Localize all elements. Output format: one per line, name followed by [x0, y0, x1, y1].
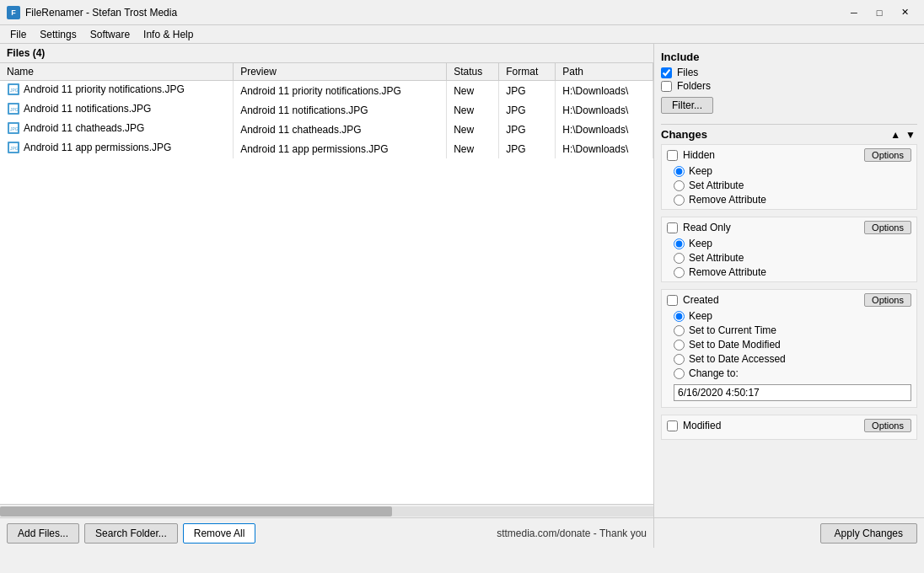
table-row[interactable]: JPG Android 11 notifications.JPG Android…: [0, 100, 653, 120]
hidden-attr-block: Hidden Options Keep Set Attribute: [661, 144, 917, 210]
window-title: FileRenamer - Stefan Trost Media: [25, 7, 177, 19]
menu-info-help[interactable]: Info & Help: [137, 27, 200, 42]
menu-file[interactable]: File: [3, 27, 33, 42]
cell-name: JPG Android 11 app permissions.JPG: [0, 139, 234, 158]
created-change-radio[interactable]: [674, 368, 685, 379]
table-row[interactable]: JPG Android 11 app permissions.JPG Andro…: [0, 139, 653, 158]
modified-options-button[interactable]: Options: [864, 419, 911, 432]
created-radio-group: Keep Set to Current Time Set to Date Mod…: [667, 310, 911, 404]
hidden-options-button[interactable]: Options: [864, 148, 911, 162]
readonly-radio-group: Keep Set Attribute Remove Attribute: [667, 238, 911, 278]
cell-preview: Android 11 notifications.JPG: [234, 100, 447, 120]
modified-attr-block: Modified Options: [661, 415, 917, 440]
cell-path: H:\Downloads\: [556, 100, 653, 120]
window-controls: ─ □ ✕: [841, 4, 917, 21]
readonly-set-row: Set Attribute: [674, 252, 911, 264]
table-row[interactable]: JPG Android 11 chatheads.JPG Android 11 …: [0, 120, 653, 139]
table-row[interactable]: JPG Android 11 priority notifications.JP…: [0, 81, 653, 101]
add-files-button[interactable]: Add Files...: [7, 523, 79, 544]
hidden-remove-row: Remove Attribute: [674, 194, 911, 206]
files-label: Files: [677, 67, 698, 78]
col-path: Path: [556, 63, 653, 81]
cell-format: JPG: [499, 139, 556, 158]
menu-settings[interactable]: Settings: [33, 27, 83, 42]
scroll-down-button[interactable]: ▼: [904, 129, 917, 141]
filter-button[interactable]: Filter...: [661, 97, 713, 114]
remove-all-button[interactable]: Remove All: [183, 523, 256, 544]
scroll-up-button[interactable]: ▲: [889, 129, 902, 141]
created-keep-row: Keep: [674, 310, 911, 322]
folders-checkbox[interactable]: [661, 81, 672, 92]
right-scroll-area[interactable]: Include Files Folders Filter... Changes …: [654, 44, 924, 517]
file-icon-svg: JPG: [7, 121, 20, 135]
readonly-keep-row: Keep: [674, 238, 911, 249]
created-date-modified-label: Set to Date Modified: [689, 339, 781, 351]
created-keep-radio[interactable]: [674, 311, 685, 322]
created-date-accessed-row: Set to Date Accessed: [674, 353, 911, 365]
folders-checkbox-row: Folders: [661, 80, 917, 92]
main-layout: Files (4) Name Preview Status Format Pat…: [0, 44, 924, 548]
minimize-button[interactable]: ─: [841, 4, 867, 21]
modified-label: Modified: [683, 420, 721, 431]
hidden-set-radio[interactable]: [674, 180, 685, 191]
svg-text:JPG: JPG: [10, 146, 19, 151]
readonly-attr-header: Read Only Options: [667, 221, 911, 234]
created-attr-header: Created Options: [667, 293, 911, 307]
file-icon-svg: JPG: [7, 141, 20, 154]
readonly-options-button[interactable]: Options: [864, 221, 911, 234]
created-date-input-row: [674, 382, 911, 404]
apply-changes-button[interactable]: Apply Changes: [820, 523, 917, 544]
created-date-input[interactable]: [674, 384, 911, 401]
cell-format: JPG: [499, 120, 556, 139]
close-button[interactable]: ✕: [892, 4, 917, 21]
bottom-bar: Add Files... Search Folder... Remove All…: [0, 517, 653, 548]
created-current-radio[interactable]: [674, 325, 685, 336]
readonly-keep-radio[interactable]: [674, 238, 685, 249]
file-table: Name Preview Status Format Path JPG: [0, 63, 653, 504]
created-date-modified-row: Set to Date Modified: [674, 339, 911, 351]
cell-name: JPG Android 11 priority notifications.JP…: [0, 81, 234, 101]
readonly-label: Read Only: [683, 222, 731, 233]
file-icon-svg: JPG: [7, 102, 20, 115]
cell-status: New: [447, 139, 499, 158]
svg-text:JPG: JPG: [10, 126, 19, 131]
created-checkbox[interactable]: [667, 295, 678, 306]
menu-software[interactable]: Software: [83, 27, 137, 42]
app-icon: F: [7, 6, 20, 19]
files-checkbox[interactable]: [661, 67, 672, 78]
col-format: Format: [499, 63, 556, 81]
readonly-remove-row: Remove Attribute: [674, 266, 911, 278]
hidden-label: Hidden: [683, 149, 715, 161]
hidden-keep-radio[interactable]: [674, 166, 685, 177]
left-panel: Files (4) Name Preview Status Format Pat…: [0, 44, 654, 548]
file-icon: JPG Android 11 notifications.JPG: [7, 102, 151, 115]
cell-status: New: [447, 120, 499, 139]
hidden-set-label: Set Attribute: [689, 179, 744, 191]
cell-path: H:\Downloads\: [556, 139, 653, 158]
readonly-remove-radio[interactable]: [674, 267, 685, 278]
search-folder-button[interactable]: Search Folder...: [84, 523, 178, 544]
readonly-set-radio[interactable]: [674, 253, 685, 264]
svg-text:JPG: JPG: [10, 88, 19, 93]
readonly-attr-block: Read Only Options Keep Set Attribute: [661, 217, 917, 282]
maximize-button[interactable]: □: [867, 4, 892, 21]
modified-checkbox-row: Modified: [667, 420, 721, 431]
cell-status: New: [447, 100, 499, 120]
hidden-remove-radio[interactable]: [674, 195, 685, 206]
hidden-keep-label: Keep: [689, 165, 712, 177]
hidden-checkbox[interactable]: [667, 150, 678, 161]
created-current-label: Set to Current Time: [689, 324, 776, 336]
cell-path: H:\Downloads\: [556, 120, 653, 139]
files-checkbox-row: Files: [661, 67, 917, 78]
hidden-checkbox-row: Hidden: [667, 149, 715, 161]
modified-checkbox[interactable]: [667, 420, 678, 431]
created-options-button[interactable]: Options: [864, 293, 911, 307]
cell-status: New: [447, 81, 499, 101]
file-icon: JPG Android 11 chatheads.JPG: [7, 121, 144, 135]
created-date-modified-radio[interactable]: [674, 340, 685, 351]
created-date-accessed-radio[interactable]: [674, 354, 685, 365]
readonly-checkbox[interactable]: [667, 222, 678, 233]
readonly-remove-label: Remove Attribute: [689, 266, 766, 278]
horizontal-scrollbar[interactable]: [0, 504, 653, 517]
right-panel: Include Files Folders Filter... Changes …: [654, 44, 924, 548]
